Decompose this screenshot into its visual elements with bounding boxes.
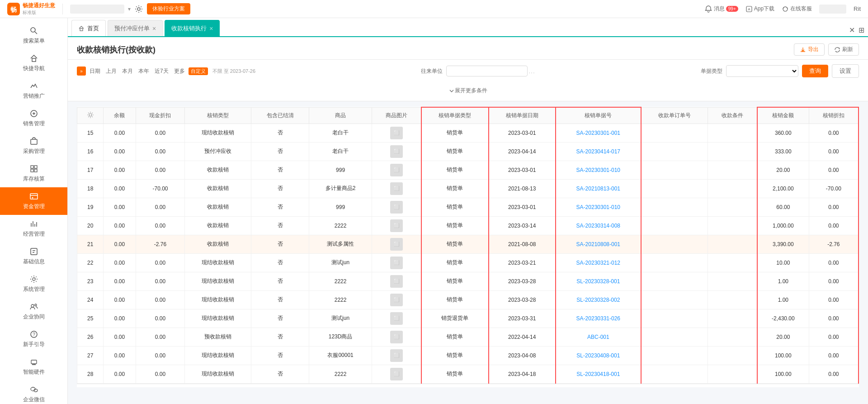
td-row-num: 27	[77, 346, 104, 365]
td-cash-discount: 0.00	[136, 253, 185, 272]
td-include-settled: 否	[251, 309, 309, 328]
app-download[interactable]: A App下载	[745, 5, 774, 13]
td-include-settled: 否	[251, 328, 309, 346]
td-voucher-type: 销货单	[421, 365, 488, 383]
date-filter-label: 日期	[90, 67, 100, 75]
dropdown-arrow[interactable]: ▾	[128, 6, 131, 12]
sidebar-label-finance: 资金管理	[23, 203, 45, 210]
td-include-settled: 否	[251, 142, 309, 161]
td-row-num: 26	[77, 328, 104, 346]
sidebar-item-enterprise[interactable]: 企业协同	[0, 298, 67, 325]
td-voucher-no: SA-20210808-001	[556, 235, 641, 253]
td-collect-order-no	[641, 235, 708, 253]
td-collect-condition	[708, 253, 757, 272]
td-goods: 2222	[309, 290, 372, 309]
table-body: 15 0.00 0.00 现结收款核销 否 老白干 ⬜ 销货单 2023-03-…	[77, 124, 859, 383]
date-custom-btn[interactable]: 自定义	[189, 67, 208, 75]
table-row: 22 0.00 0.00 现结收款核销 否 测试jun ⬜ 销货单 2023-0…	[77, 253, 859, 272]
td-balance: 0.00	[104, 216, 136, 235]
notifications-label: 消息	[714, 5, 725, 13]
sidebar-item-hardware[interactable]: 智能硬件	[0, 353, 67, 380]
table-container: 余额 现金折扣 核销类型 包含已结清 商品 商品图片 核销单据类型 核销单据日期…	[68, 101, 868, 404]
td-balance: 0.00	[104, 161, 136, 179]
td-voucher-no: SA-20230414-017	[556, 142, 641, 161]
notifications[interactable]: 消息 99+	[704, 5, 738, 13]
td-cancel-type: 现结收款核销	[185, 290, 251, 309]
td-cancel-type: 收款核销	[185, 161, 251, 179]
td-cancel-amount: 100.00	[757, 365, 809, 383]
table-wrapper[interactable]: 余额 现金折扣 核销类型 包含已结清 商品 商品图片 核销单据类型 核销单据日期…	[77, 107, 859, 387]
td-voucher-date: 2023-03-28	[489, 290, 556, 309]
export-button[interactable]: 导出	[794, 43, 825, 56]
tab-collect[interactable]: 收款核销执行 ×	[165, 20, 220, 36]
svg-text:A: A	[748, 7, 750, 11]
td-cancel-amount: 20.00	[757, 161, 809, 179]
td-cancel-discount: 0.00	[809, 124, 859, 142]
expand-more-button[interactable]: 展开更多条件	[447, 85, 489, 96]
sidebar-item-operations[interactable]: 经营管理	[0, 215, 67, 242]
sidebar-item-sales[interactable]: 销售管理	[0, 105, 67, 132]
td-cancel-type: 预付冲应收	[185, 142, 251, 161]
refresh-button[interactable]: 刷新	[828, 43, 859, 56]
td-cancel-type: 收款核销	[185, 179, 251, 198]
td-goods: 2222	[309, 216, 372, 235]
sidebar-item-finance[interactable]: 资金管理	[0, 187, 67, 215]
sidebar-item-quick-nav[interactable]: 快捷导航	[0, 49, 67, 77]
svg-rect-13	[31, 169, 33, 172]
td-voucher-no: SL-20230328-001	[556, 272, 641, 290]
td-voucher-no: SA-20230301-001	[556, 124, 641, 142]
maximize-window-icon[interactable]: ⊞	[859, 26, 864, 34]
industry-solution-button[interactable]: 休验行业方案	[147, 3, 190, 14]
td-row-num: 15	[77, 124, 104, 142]
date-link-more[interactable]: 更多	[172, 67, 187, 76]
table-row: 16 0.00 0.00 预付冲应收 否 老白干 ⬜ 销货单 2023-04-1…	[77, 142, 859, 161]
date-link-7days[interactable]: 近7天	[153, 67, 170, 76]
th-include-settled: 包含已结清	[251, 107, 309, 124]
td-voucher-type: 销货退货单	[421, 309, 488, 328]
settings-button[interactable]: 设置	[832, 64, 859, 78]
td-voucher-date: 2023-03-01	[489, 198, 556, 216]
th-settings[interactable]	[77, 107, 104, 124]
tab-collect-close[interactable]: ×	[209, 25, 213, 32]
td-collect-condition	[708, 142, 757, 161]
td-balance: 0.00	[104, 198, 136, 216]
td-collect-condition	[708, 346, 757, 365]
th-voucher-type: 核销单据类型	[421, 107, 488, 124]
filter-bar: » 日期 上月 本月 本年 近7天 更多 自定义 不限 至 2023-07-26…	[68, 60, 868, 101]
user-avatar-area	[819, 5, 846, 14]
date-link-this-month[interactable]: 本月	[120, 67, 135, 76]
sidebar-item-system[interactable]: 系统管理	[0, 270, 67, 298]
sidebar-item-search[interactable]: 搜索菜单	[0, 22, 67, 49]
td-goods: 2222	[309, 272, 372, 290]
gear-icon[interactable]	[134, 5, 143, 14]
svg-point-18	[33, 278, 35, 280]
tab-prepay[interactable]: 预付冲应付单 ×	[108, 20, 163, 36]
operations-icon	[29, 219, 38, 228]
sidebar-item-marketing[interactable]: 营销推广	[0, 77, 67, 105]
td-cancel-type: 收款核销	[185, 216, 251, 235]
date-link-last-month[interactable]: 上月	[104, 67, 118, 76]
online-service[interactable]: 在线客服	[782, 5, 812, 13]
voucher-type-select[interactable]	[726, 65, 798, 77]
sidebar-item-base-info[interactable]: 基础信息	[0, 242, 67, 270]
filter-expand-arrow[interactable]: »	[77, 67, 86, 76]
query-button[interactable]: 查询	[802, 65, 828, 77]
sidebar-item-guide[interactable]: ? 新手引导	[0, 325, 67, 353]
sidebar-item-purchase[interactable]: 采购管理	[0, 132, 67, 160]
td-goods-img: ⬜	[372, 346, 421, 365]
close-window-icon[interactable]: ✕	[849, 26, 855, 34]
tab-home[interactable]: 首页	[71, 20, 106, 36]
td-voucher-date: 2023-03-14	[489, 216, 556, 235]
td-goods-img: ⬜	[372, 142, 421, 161]
td-cancel-type: 现结收款核销	[185, 346, 251, 365]
sidebar-item-inventory[interactable]: 库存核算	[0, 160, 67, 187]
td-balance: 0.00	[104, 290, 136, 309]
td-include-settled: 否	[251, 198, 309, 216]
date-link-this-year[interactable]: 本年	[137, 67, 151, 76]
partner-input[interactable]	[446, 66, 528, 76]
td-cancel-discount: 0.00	[809, 290, 859, 309]
tab-prepay-close[interactable]: ×	[152, 25, 156, 32]
td-voucher-type: 销货单	[421, 216, 488, 235]
sidebar-item-wechat[interactable]: 企业微信	[0, 380, 67, 404]
td-row-num: 23	[77, 272, 104, 290]
